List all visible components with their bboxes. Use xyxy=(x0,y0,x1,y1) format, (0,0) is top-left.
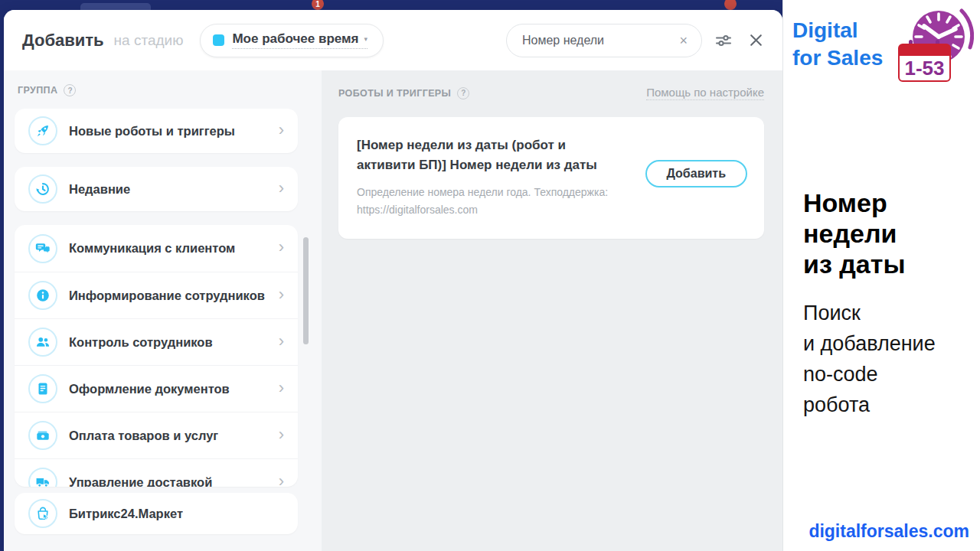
history-icon xyxy=(28,174,57,204)
chevron-right-icon: › xyxy=(279,333,284,352)
notification-badge: 1 xyxy=(312,0,324,10)
setup-help-link[interactable]: Помощь по настройке xyxy=(646,86,764,100)
document-icon xyxy=(28,374,57,403)
promo-heading: Номер недели из даты xyxy=(803,188,905,279)
chevron-right-icon: › xyxy=(279,180,284,199)
users-icon xyxy=(28,328,57,357)
robot-search: × xyxy=(506,24,702,57)
robots-section-label: РОБОТЫ И ТРИГГЕРЫ xyxy=(338,88,451,99)
sidebar-item-communication[interactable]: Коммуникация с клиентом › xyxy=(15,225,298,272)
sidebar-item-label: Битрикс24.Маркет xyxy=(69,507,183,521)
sidebar-item-label: Коммуникация с клиентом xyxy=(69,241,235,256)
dialog-subtitle: на стадию xyxy=(114,32,184,49)
sidebar-item-informing[interactable]: Информирование сотрудников › xyxy=(15,272,298,318)
help-icon[interactable]: ? xyxy=(64,84,76,96)
chevron-right-icon: › xyxy=(279,239,284,258)
close-icon[interactable] xyxy=(748,32,764,48)
delivery-icon xyxy=(28,468,57,487)
category-list: Коммуникация с клиентом › Информирование… xyxy=(15,225,298,487)
stage-selector-label: Мое рабочее время xyxy=(232,31,358,47)
stage-color-swatch xyxy=(213,34,224,46)
search-input[interactable] xyxy=(522,34,676,47)
sidebar-item-label: Оплата товаров и услуг xyxy=(69,429,218,443)
sidebar-item-label: Оформление документов xyxy=(69,382,230,396)
stage-selector[interactable]: Мое рабочее время ▾ xyxy=(200,24,384,57)
info-icon xyxy=(28,281,57,310)
sidebar-item-label: Управление доставкой xyxy=(69,475,212,487)
sidebar-item-label: Контроль сотрудников xyxy=(69,335,213,350)
sidebar-item-payments[interactable]: Оплата товаров и услуг › xyxy=(15,412,298,458)
chevron-right-icon: › xyxy=(279,286,284,305)
market-icon xyxy=(28,499,57,528)
top-menu-highlight xyxy=(80,3,151,10)
group-panel: ГРУППА ? Новые роботы и триггеры › xyxy=(4,70,322,551)
chevron-right-icon: › xyxy=(279,122,284,141)
chat-icon xyxy=(28,234,57,263)
chevron-right-icon: › xyxy=(279,473,284,487)
chevron-down-icon: ▾ xyxy=(364,35,368,43)
robot-description: Определение номера недели года. Техподде… xyxy=(357,184,619,219)
brand-logo-text: Digital for Sales xyxy=(792,17,883,72)
group-section-label: ГРУППА xyxy=(18,85,57,96)
screen: 1 Добавить на стадию Мое рабочее время ▾… xyxy=(0,0,980,551)
add-robot-dialog: Добавить на стадию Мое рабочее время ▾ × xyxy=(4,10,782,551)
sidebar-item-documents[interactable]: Оформление документов › xyxy=(15,365,298,412)
week-clock-icon: 1-53 xyxy=(894,3,974,86)
promo-subtitle: Поиск и добавление no-code робота xyxy=(803,298,936,421)
sidebar-item-new-robots[interactable]: Новые роботы и триггеры › xyxy=(15,109,298,153)
chevron-right-icon: › xyxy=(279,380,284,399)
sidebar-item-market[interactable]: Битрикс24.Маркет xyxy=(15,493,298,534)
robot-card: [Номер недели из даты (робот и активити … xyxy=(338,117,764,239)
notification-badge-2 xyxy=(724,0,737,10)
scrollbar-thumb[interactable] xyxy=(303,237,309,344)
sidebar-item-label: Недавние xyxy=(69,182,130,197)
sidebar-item-recent[interactable]: Недавние › xyxy=(15,167,298,211)
filter-icon[interactable] xyxy=(714,31,733,50)
brand-website: digitalforsales.com xyxy=(808,521,969,542)
help-icon[interactable]: ? xyxy=(457,87,469,99)
sidebar-item-label: Информирование сотрудников xyxy=(69,289,265,303)
robot-title: [Номер недели из даты (робот и активити … xyxy=(357,135,619,176)
add-robot-button[interactable]: Добавить xyxy=(645,160,748,187)
robots-panel: РОБОТЫ И ТРИГГЕРЫ ? Помощь по настройке … xyxy=(322,70,782,551)
sidebar-item-label: Новые роботы и триггеры xyxy=(69,124,235,139)
clear-search-icon[interactable]: × xyxy=(676,32,691,49)
payment-icon xyxy=(28,421,57,450)
promo-sidebar: Digital for Sales xyxy=(782,0,980,551)
sidebar-item-delivery[interactable]: Управление доставкой › xyxy=(15,458,298,487)
chevron-right-icon: › xyxy=(279,426,284,445)
svg-text:1-53: 1-53 xyxy=(904,57,944,80)
dialog-title: Добавить xyxy=(22,31,104,51)
sidebar-item-control[interactable]: Контроль сотрудников › xyxy=(15,318,298,365)
dialog-header: Добавить на стадию Мое рабочее время ▾ × xyxy=(4,10,782,70)
rocket-icon xyxy=(28,116,57,145)
